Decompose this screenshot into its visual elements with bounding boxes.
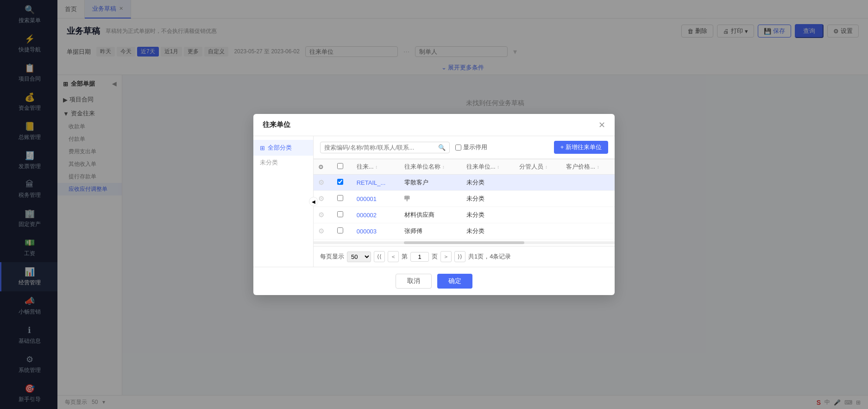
- row-name-cell: 材料供应商: [400, 207, 462, 223]
- modal-search-row: 🔍 显示停用 + 新增往来单位: [314, 136, 615, 159]
- col-check[interactable]: [333, 159, 352, 175]
- col-manager[interactable]: 分管人员 ↕: [515, 159, 561, 175]
- partner-modal: 往来单位 ✕ ⊞ 全部分类 未分类 ◀: [253, 114, 615, 295]
- sort-icon-price: ↕: [597, 164, 599, 170]
- row-name-cell: 零散客户: [400, 175, 462, 191]
- row-checkbox[interactable]: [337, 179, 343, 185]
- prev-page-btn[interactable]: ＜: [388, 251, 399, 262]
- table-row[interactable]: ⚙ 000002 材料供应商 未分类: [314, 207, 615, 223]
- row-settings-cell: ⚙: [314, 207, 333, 223]
- per-page-select[interactable]: 50 100 200: [347, 252, 371, 262]
- row-price-cell: [561, 191, 615, 207]
- table-row[interactable]: ⚙ 000001 甲 未分类: [314, 191, 615, 207]
- row-check-cell[interactable]: [333, 207, 352, 223]
- row-category-cell: 未分类: [462, 207, 515, 223]
- row-settings-cell: ⚙: [314, 175, 333, 191]
- sort-icon-category: ↕: [497, 164, 499, 170]
- modal-body: ⊞ 全部分类 未分类 ◀ 🔍: [253, 136, 615, 267]
- modal-close-button[interactable]: ✕: [598, 121, 605, 129]
- row-category-cell: 未分类: [462, 175, 515, 191]
- col-price[interactable]: 客户价格... ↕: [561, 159, 615, 175]
- sort-icon-code: ↕: [375, 164, 377, 170]
- modal-sidebar-all[interactable]: ⊞ 全部分类: [253, 140, 313, 156]
- grid-icon-small: ⊞: [260, 145, 265, 151]
- row-name-cell: 张师傅: [400, 223, 462, 239]
- select-all-checkbox[interactable]: [337, 163, 343, 169]
- modal-sidebar-unclassified: 未分类: [253, 156, 313, 170]
- row-price-cell: [561, 207, 615, 223]
- row-code-cell: 000001: [352, 191, 400, 207]
- modal-search-input[interactable]: [324, 144, 435, 151]
- settings-col-icon: ⚙: [318, 164, 324, 170]
- show-disabled-checkbox[interactable]: 显示停用: [455, 143, 487, 151]
- horizontal-scrollbar[interactable]: [314, 241, 615, 244]
- modal-content-area: 🔍 显示停用 + 新增往来单位 ⚙: [314, 136, 615, 267]
- collapse-modal-sidebar-btn[interactable]: ◀: [309, 197, 318, 206]
- row-check-cell[interactable]: [333, 175, 352, 191]
- modal-search-icon: 🔍: [438, 144, 446, 151]
- row-manager-cell: [515, 175, 561, 191]
- row-check-cell[interactable]: [333, 223, 352, 239]
- modal-header: 往来单位 ✕: [253, 114, 615, 136]
- row-settings-cell: ⚙: [314, 223, 333, 239]
- row-price-cell: [561, 175, 615, 191]
- next-page-btn[interactable]: ＞: [440, 251, 452, 262]
- row-checkbox[interactable]: [337, 195, 343, 201]
- row-category-cell: 未分类: [462, 223, 515, 239]
- row-manager-cell: [515, 223, 561, 239]
- last-page-btn[interactable]: ⟩⟩: [454, 251, 465, 262]
- row-manager-cell: [515, 191, 561, 207]
- show-disabled-check[interactable]: [455, 145, 461, 151]
- col-code[interactable]: 往来... ↕: [352, 159, 400, 175]
- add-partner-button[interactable]: + 新增往来单位: [554, 141, 608, 154]
- modal-partner-table: ⚙ 往来... ↕ 往来单位名称 ↕: [314, 159, 615, 239]
- col-category[interactable]: 往来单位... ↕: [462, 159, 515, 175]
- row-manager-cell: [515, 207, 561, 223]
- table-row[interactable]: ⚙ RETAIL_... 零散客户 未分类: [314, 175, 615, 191]
- sort-icon-name: ↕: [442, 164, 445, 170]
- modal-title: 往来单位: [263, 120, 290, 129]
- row-check-cell[interactable]: [333, 191, 352, 207]
- modal-pagination: 每页显示 50 100 200 ⟨⟨ ＜ 第 页 ＞ ⟩⟩ 共1页，4条记录: [314, 246, 615, 267]
- total-info: 共1页，4条记录: [468, 252, 511, 261]
- modal-category-sidebar: ⊞ 全部分类 未分类: [253, 136, 314, 267]
- sort-icon-manager: ↕: [545, 164, 547, 170]
- cancel-button[interactable]: 取消: [396, 274, 432, 289]
- row-checkbox[interactable]: [337, 211, 343, 217]
- row-code-cell: 000003: [352, 223, 400, 239]
- confirm-button[interactable]: 确定: [437, 274, 472, 289]
- first-page-btn[interactable]: ⟨⟨: [374, 251, 385, 262]
- modal-table-wrapper: ⚙ 往来... ↕ 往来单位名称 ↕: [314, 159, 615, 246]
- col-settings[interactable]: ⚙: [314, 159, 333, 175]
- table-row[interactable]: ⚙ 000003 张师傅 未分类: [314, 223, 615, 239]
- page-number-input[interactable]: [410, 252, 429, 262]
- row-category-cell: 未分类: [462, 191, 515, 207]
- modal-backdrop: 往来单位 ✕ ⊞ 全部分类 未分类 ◀: [0, 0, 868, 409]
- row-code-cell: 000002: [352, 207, 400, 223]
- modal-footer: 取消 确定: [253, 267, 615, 295]
- row-name-cell: 甲: [400, 191, 462, 207]
- col-name[interactable]: 往来单位名称 ↕: [400, 159, 462, 175]
- row-code-cell: RETAIL_...: [352, 175, 400, 191]
- modal-search-wrapper: 🔍: [320, 142, 450, 153]
- scrollbar-thumb[interactable]: [404, 241, 524, 244]
- row-price-cell: [561, 223, 615, 239]
- row-checkbox[interactable]: [337, 227, 343, 233]
